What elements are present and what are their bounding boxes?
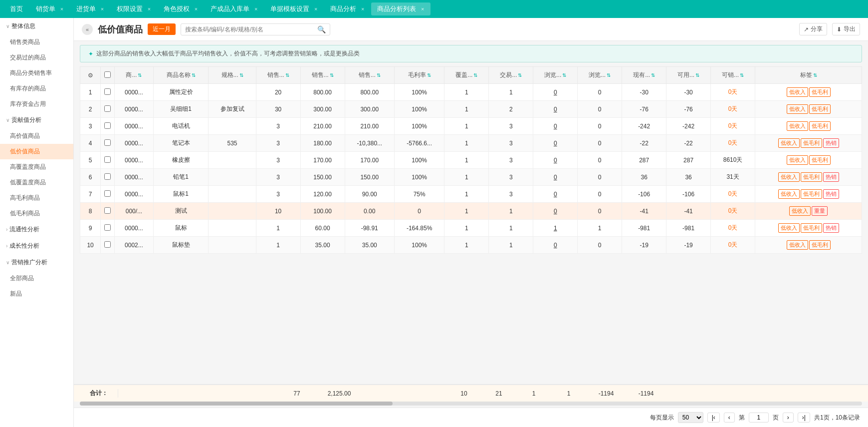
prev-page-button[interactable]: ‹ [724, 413, 735, 423]
sidebar-group-overall[interactable]: ∨ 整体信息 [0, 18, 73, 34]
sidebar-item-inventory-capital[interactable]: 库存资金占用 [0, 96, 73, 112]
row-checkbox[interactable] [104, 173, 111, 180]
sidebar-group-liquidity[interactable]: › 流通性分析 [0, 221, 73, 238]
row-checkbox-cell[interactable] [101, 203, 115, 220]
browse-count1[interactable]: 1 [533, 220, 578, 237]
row-checkbox-cell[interactable] [101, 220, 115, 237]
sales-qty: 1 [256, 237, 300, 254]
row-checkbox[interactable] [104, 207, 111, 214]
row-checkbox[interactable] [104, 88, 111, 95]
sidebar-group-marketing[interactable]: ∨ 营销推广分析 [0, 254, 73, 271]
row-checkbox[interactable] [104, 241, 111, 248]
nav-product-analysis[interactable]: 商品分析 × [324, 2, 370, 15]
row-checkbox[interactable] [104, 156, 111, 163]
first-page-button[interactable]: |‹ [707, 413, 720, 423]
th-settings[interactable]: ⚙ [80, 67, 101, 84]
browse-link[interactable]: 1 [554, 225, 557, 232]
row-checkbox[interactable] [104, 105, 111, 112]
close-icon[interactable]: × [148, 6, 151, 12]
close-icon[interactable]: × [421, 6, 424, 12]
sidebar-item-all-products[interactable]: 全部商品 [0, 271, 73, 286]
product-tags: 低收入低毛利 [755, 101, 862, 118]
close-icon[interactable]: × [314, 6, 317, 12]
sidebar-item-high-coverage[interactable]: 高覆盖度商品 [0, 159, 73, 175]
row-checkbox[interactable] [104, 139, 111, 146]
browse-count1[interactable]: 0 [533, 186, 578, 203]
browse-link[interactable]: 0 [554, 174, 557, 181]
nav-template-settings[interactable]: 单据模板设置 × [264, 2, 323, 15]
nav-purchase-order[interactable]: 进货单 × [70, 2, 110, 15]
sidebar-item-low-value[interactable]: 低价值商品 [0, 144, 73, 159]
sidebar-item-high-value[interactable]: 高价值商品 [0, 128, 73, 144]
next-page-button[interactable]: › [783, 413, 794, 423]
sidebar-group-contribution[interactable]: ∨ 贡献值分析 [0, 112, 73, 128]
close-icon[interactable]: × [101, 6, 104, 12]
browse-link[interactable]: 0 [554, 106, 557, 113]
sidebar-item-stocked-products[interactable]: 有库存的商品 [0, 81, 73, 96]
search-icon: 🔍 [317, 25, 326, 33]
browse-count1[interactable]: 0 [533, 84, 578, 101]
page-title: 低价值商品 [98, 23, 143, 35]
select-all-checkbox[interactable] [104, 71, 111, 78]
share-button[interactable]: ↗ 分享 [799, 23, 827, 35]
nav-permissions[interactable]: 权限设置 × [111, 2, 157, 15]
browse-count1[interactable]: 0 [533, 169, 578, 186]
browse-count1[interactable]: 0 [533, 135, 578, 152]
browse-count1[interactable]: 0 [533, 203, 578, 220]
time-filter-button[interactable]: 近一月 [148, 23, 176, 35]
browse-count1[interactable]: 0 [533, 101, 578, 118]
browse-count1[interactable]: 0 [533, 237, 578, 254]
last-page-button[interactable]: ›| [798, 413, 810, 423]
browse-link[interactable]: 0 [554, 242, 557, 249]
search-input[interactable] [185, 26, 317, 33]
sidebar-item-low-margin[interactable]: 低毛利商品 [0, 206, 73, 221]
row-checkbox-cell[interactable] [101, 186, 115, 203]
row-checkbox-cell[interactable] [101, 169, 115, 186]
table-row: 1 0000... 属性定价 20 800.00 800.00 100% 1 1… [80, 84, 862, 101]
close-icon[interactable]: × [195, 6, 198, 12]
sidebar-item-category-sales-rate[interactable]: 商品分类销售率 [0, 65, 73, 81]
row-checkbox[interactable] [104, 190, 111, 197]
row-checkbox[interactable] [104, 122, 111, 129]
row-checkbox-cell[interactable] [101, 152, 115, 169]
th-checkbox[interactable] [101, 67, 115, 84]
browse-count1[interactable]: 0 [533, 118, 578, 135]
page-size-select[interactable]: 50 100 200 [678, 412, 703, 423]
row-number: 5 [80, 152, 101, 169]
browse-link[interactable]: 0 [554, 89, 557, 96]
row-checkbox-cell[interactable] [101, 101, 115, 118]
nav-home[interactable]: 首页 [4, 2, 29, 15]
close-icon[interactable]: × [254, 6, 257, 12]
sidebar-group-growth[interactable]: › 成长性分析 [0, 238, 73, 254]
sidebar-item-new-products[interactable]: 新品 [0, 286, 73, 302]
row-checkbox-cell[interactable] [101, 237, 115, 254]
browse-link[interactable]: 0 [554, 191, 557, 198]
nav-product-analysis-list[interactable]: 商品分析列表 × [371, 2, 430, 15]
saleable-stock: 0天 [711, 101, 755, 118]
sidebar-collapse-button[interactable]: « [82, 24, 93, 35]
sidebar-item-low-coverage[interactable]: 低覆盖度商品 [0, 175, 73, 190]
browse-link[interactable]: 0 [554, 123, 557, 130]
horizontal-scrollbar[interactable] [80, 402, 862, 406]
browse-link[interactable]: 0 [554, 208, 557, 215]
sidebar-item-traded-products[interactable]: 交易过的商品 [0, 50, 73, 65]
row-checkbox-cell[interactable] [101, 118, 115, 135]
coverage: 1 [444, 203, 489, 220]
sidebar-item-sales-products[interactable]: 销售类商品 [0, 34, 73, 50]
browse-link[interactable]: 0 [554, 140, 557, 147]
row-checkbox-cell[interactable] [101, 84, 115, 101]
close-icon[interactable]: × [60, 6, 63, 12]
browse-link[interactable]: 0 [554, 157, 557, 164]
scrollbar-thumb[interactable] [80, 402, 393, 406]
page-number-input[interactable] [749, 413, 769, 423]
row-checkbox[interactable] [104, 224, 111, 231]
browse-count1[interactable]: 0 [533, 152, 578, 169]
nav-product-in[interactable]: 产成品入库单 × [205, 2, 263, 15]
total-records-label: 共1页，10条记录 [814, 414, 860, 422]
row-checkbox-cell[interactable] [101, 135, 115, 152]
nav-role-auth[interactable]: 角色授权 × [158, 2, 204, 15]
export-button[interactable]: ⬇ 导出 [832, 23, 860, 35]
sidebar-item-high-margin[interactable]: 高毛利商品 [0, 190, 73, 206]
nav-sales-order[interactable]: 销货单 × [30, 2, 69, 15]
close-icon[interactable]: × [361, 6, 364, 12]
